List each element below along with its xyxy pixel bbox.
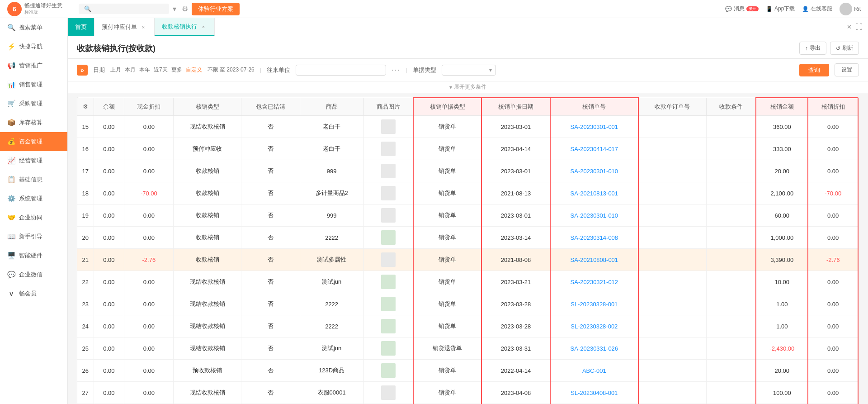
col-settings-icon[interactable]: ⚙: [83, 103, 88, 110]
tab-writeoff[interactable]: 收款核销执行 ×: [155, 18, 215, 36]
cell-writeoff-type: 预付冲应收: [174, 138, 241, 160]
cell-writeoff-no[interactable]: SA-20230301-010: [550, 160, 638, 182]
cell-writeoff-discount: 0.00: [808, 138, 858, 160]
cell-writeoff-no[interactable]: SA-20230414-017: [550, 138, 638, 160]
sidebar-item-quick-nav[interactable]: ⚡ 快捷导航: [0, 37, 67, 56]
cell-writeoff-no[interactable]: SL-20230408-001: [550, 382, 638, 404]
app-download-group[interactable]: 📱 App下载: [766, 5, 795, 13]
filter-expand-btn[interactable]: »: [77, 65, 88, 76]
cell-writeoff-no[interactable]: SA-20210808-001: [550, 249, 638, 271]
cell-writeoff-no[interactable]: ABC-001: [550, 360, 638, 382]
cell-writeoff-amount: 333.00: [756, 138, 808, 160]
cell-receipt-condition: [707, 182, 756, 204]
cell-receipt-order-no: [638, 382, 707, 404]
th-receipt-condition: 收款条件: [707, 98, 756, 116]
sidebar-item-finance[interactable]: 💰 资金管理: [0, 132, 67, 151]
sidebar-item-member[interactable]: V 畅会员: [0, 284, 67, 303]
voucher-type-select[interactable]: ▾: [442, 65, 496, 76]
filter-7days[interactable]: 近7天: [154, 66, 168, 74]
tab-prepay-close[interactable]: ×: [140, 24, 147, 31]
filter-this-year[interactable]: 本年: [139, 66, 150, 74]
cell-include-settled: 否: [241, 271, 300, 293]
cell-writeoff-type: 预收款核销: [174, 360, 241, 382]
cell-receipt-condition: [707, 271, 756, 293]
cell-receipt-condition: [707, 138, 756, 160]
search-area[interactable]: 🔍: [79, 4, 169, 14]
tab-prepay[interactable]: 预付冲应付单 ×: [94, 18, 155, 36]
partner-input[interactable]: [296, 65, 386, 76]
sidebar-item-inventory[interactable]: 📦 库存核算: [0, 113, 67, 132]
sidebar-item-guide[interactable]: 📖 新手引导: [0, 227, 67, 246]
cell-receipt-order-no: [638, 182, 707, 204]
cell-writeoff-no[interactable]: SA-20230301-010: [550, 204, 638, 227]
cell-writeoff-no[interactable]: SA-20210813-001: [550, 182, 638, 204]
filter-date-links: 上月 本月 本年 近7天 更多 自定义: [110, 66, 202, 74]
cell-include-settled: 否: [241, 160, 300, 182]
sidebar-item-hardware[interactable]: 🖥️ 智能硬件: [0, 246, 67, 265]
sidebar-item-basic-info[interactable]: 📋 基础信息: [0, 170, 67, 189]
tab-home[interactable]: 首页: [68, 18, 94, 36]
filter-more[interactable]: 更多: [171, 66, 182, 74]
filter-last-month[interactable]: 上月: [110, 66, 121, 74]
sidebar-item-marketing[interactable]: 📢 营销推广: [0, 56, 67, 75]
dropdown-icon[interactable]: ▾: [173, 5, 176, 13]
sidebar-item-wechat[interactable]: 💬 企业微信: [0, 265, 67, 284]
cell-include-settled: 否: [241, 315, 300, 337]
expand-more-btn[interactable]: ▾ 展开更多条件: [449, 83, 486, 91]
query-btn[interactable]: 查询: [799, 64, 829, 76]
sidebar: 🔍 搜索菜单 ⚡ 快捷导航 📢 营销推广 📊 销售管理 🛒 采购管理 📦 库存核…: [0, 18, 68, 404]
cell-writeoff-no[interactable]: SA-20230331-026: [550, 337, 638, 360]
cell-cash-discount: 0.00: [124, 204, 174, 227]
cell-writeoff-no[interactable]: SL-20230328-001: [550, 293, 638, 315]
cell-receipt-order-no: [638, 138, 707, 160]
sidebar-item-search[interactable]: 🔍 搜索菜单: [0, 18, 67, 37]
online-service-group[interactable]: 👤 在线客服: [802, 5, 832, 13]
cell-writeoff-no[interactable]: SL-20230328-002: [550, 315, 638, 337]
cell-receipt-order-no: [638, 271, 707, 293]
tab-bar-right: ✕ ⛶: [847, 23, 868, 31]
sidebar-label-search: 搜索菜单: [19, 24, 42, 32]
cell-include-settled: 否: [241, 227, 300, 249]
cell-writeoff-no[interactable]: SA-20230314-008: [550, 227, 638, 249]
brand-icon: 6: [7, 2, 22, 16]
sidebar-item-enterprise[interactable]: 🤝 企业协同: [0, 208, 67, 227]
cell-product-img: [363, 271, 413, 293]
table-row: 20 0.00 0.00 收款核销 否 2222 销货单 2023-03-14 …: [77, 227, 858, 249]
cell-product: 测试jun: [300, 337, 363, 360]
service-icon: 👤: [802, 6, 809, 12]
industry-btn[interactable]: 体验行业方案: [192, 3, 240, 15]
table-settings-btn[interactable]: 设置: [835, 63, 859, 76]
refresh-btn[interactable]: ↺ 刷新: [830, 42, 859, 55]
sidebar-item-system[interactable]: ⚙️ 系统管理: [0, 189, 67, 208]
cell-writeoff-amount: 1,000.00: [756, 227, 808, 249]
sidebar-item-sales[interactable]: 📊 销售管理: [0, 75, 67, 94]
sidebar-item-operations[interactable]: 📈 经营管理: [0, 151, 67, 170]
cell-product: 2222: [300, 293, 363, 315]
filter-custom[interactable]: 自定义: [186, 66, 202, 74]
cell-writeoff-amount: 2,100.00: [756, 182, 808, 204]
cell-receipt-order-no: [638, 116, 707, 138]
message-group[interactable]: 💬 消息 99+: [725, 5, 759, 13]
cell-writeoff-no[interactable]: SA-20230301-001: [550, 116, 638, 138]
cell-writeoff-no[interactable]: SA-20230321-012: [550, 271, 638, 293]
search-menu-icon: 🔍: [7, 24, 15, 32]
cell-writeoff-discount: -70.00: [808, 182, 858, 204]
tab-close-all-icon[interactable]: ✕: [847, 24, 852, 30]
settings-gear-icon[interactable]: ⚙: [182, 5, 188, 13]
filter-date-range: 不限 至 2023-07-26: [208, 66, 255, 74]
user-info[interactable]: Rit: [840, 3, 861, 15]
cell-writeoff-amount: -2,430.00: [756, 337, 808, 360]
member-icon: V: [7, 290, 15, 298]
cell-receipt-condition: [707, 360, 756, 382]
user-avatar: [840, 3, 852, 15]
hardware-icon: 🖥️: [7, 252, 15, 260]
sidebar-item-purchase[interactable]: 🛒 采购管理: [0, 94, 67, 113]
tab-expand-icon[interactable]: ⛶: [855, 23, 863, 31]
table-wrapper: ⚙ 余额 现金折扣 核销类型 包含已结清 商品 商品图片 核销单据类型 核销单据…: [77, 97, 859, 404]
tab-writeoff-close[interactable]: ×: [200, 23, 207, 30]
cell-row-num: 26: [77, 360, 94, 382]
sidebar-label-inventory: 库存核算: [19, 119, 42, 127]
cell-receipt-order-no: [638, 293, 707, 315]
export-btn[interactable]: ↑ 导出: [799, 42, 826, 55]
filter-this-month[interactable]: 本月: [125, 66, 136, 74]
